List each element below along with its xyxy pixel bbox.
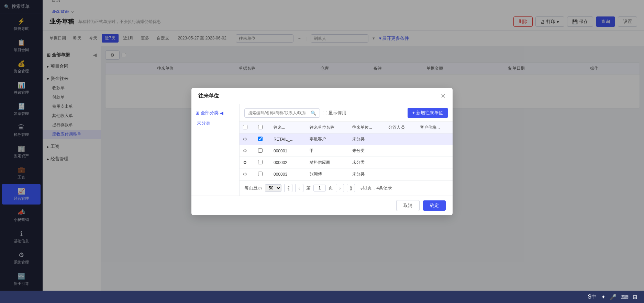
taskbar-icon-grid[interactable]: ⊞ [633, 294, 637, 300]
dialog-select-all[interactable] [258, 125, 263, 129]
search-icon-dialog: 🔍 [311, 110, 316, 116]
dialog-all-category-label: 全部分类 [201, 110, 219, 116]
dialog-col-header: 往来... [270, 122, 306, 133]
add-partner-button[interactable]: + 新增往来单位 [408, 108, 448, 118]
next-page-btn[interactable]: › [336, 184, 344, 192]
dialog-pagination: 每页显示 50 ⟪ ‹ 第 页 › ⟫ 共1页，4条记录 [240, 180, 453, 196]
taskbar: S中 ✦ 🎤 ⌨ ⊞ [0, 291, 644, 303]
row-settings-icon: ⚙ [243, 148, 247, 153]
dialog-search-box: 🔍 [244, 108, 320, 118]
dialog-toolbar: 🔍 显示停用 + 新增往来单位 [240, 104, 453, 122]
dialog-title: 往来单位 [198, 93, 219, 99]
dialog-table-body: ⚙ RETAIL_... 零散客户 未分类 ⚙ 000001 甲 未分类 ⚙ 0… [240, 133, 453, 180]
dialog-col-header: 往来单位... [349, 122, 385, 133]
dialog-table: 往来...往来单位名称往来单位...分管人员客户价格... ⚙ RETAIL_.… [240, 122, 453, 180]
dialog-content-area: 🔍 显示停用 + 新增往来单位 往来...往来单位名称往来单位...分管人员客户… [240, 104, 453, 196]
dialog-overlay: 往来单位 ✕ ⊞ 全部分类 ◀ 未分类 [0, 0, 644, 303]
taskbar-icon-keyboard[interactable]: ⌨ [621, 294, 629, 300]
page-label: 页 [329, 185, 333, 191]
grid-icon-dialog: ⊞ [196, 110, 199, 116]
dialog-col-header [240, 122, 255, 133]
row-settings-icon: ⚙ [243, 160, 247, 165]
show-disabled-label: 显示停用 [323, 110, 346, 116]
dialog-sidebar-collapse-btn[interactable]: ◀ [220, 110, 223, 116]
show-disabled-checkbox[interactable] [323, 111, 327, 115]
dialog-sidebar: ⊞ 全部分类 ◀ 未分类 [191, 104, 240, 196]
dialog-sidebar-header: ⊞ 全部分类 ◀ [191, 108, 239, 118]
taskbar-icon-star[interactable]: ✦ [601, 294, 606, 300]
dialog-body: ⊞ 全部分类 ◀ 未分类 🔍 [191, 104, 453, 196]
dialog-table-row[interactable]: ⚙ 000001 甲 未分类 [240, 145, 453, 157]
partner-dialog: 往来单位 ✕ ⊞ 全部分类 ◀ 未分类 [191, 88, 453, 215]
row-checkbox[interactable] [258, 137, 263, 141]
confirm-button[interactable]: 确定 [423, 200, 446, 211]
last-page-btn[interactable]: ⟫ [347, 184, 355, 192]
dialog-table-row[interactable]: ⚙ 000003 张嘶傅 未分类 [240, 168, 453, 180]
dialog-close-btn[interactable]: ✕ [441, 93, 446, 99]
per-page-label: 每页显示 [244, 185, 262, 191]
per-page-select[interactable]: 50 [265, 184, 281, 192]
dialog-search-input[interactable] [248, 110, 309, 115]
dialog-table-row[interactable]: ⚙ RETAIL_... 零散客户 未分类 [240, 133, 453, 145]
total-label: 共1页，4条记录 [360, 185, 392, 191]
page-text: 第 [306, 185, 311, 191]
dialog-header: 往来单位 ✕ [191, 88, 453, 104]
dialog-search-wrap: 🔍 显示停用 [244, 108, 346, 118]
dialog-col-header: 客户价格... [417, 122, 453, 133]
dialog-select-all[interactable] [243, 125, 247, 129]
dialog-footer: 取消 确定 [191, 196, 453, 215]
row-checkbox[interactable] [258, 148, 263, 153]
row-checkbox[interactable] [258, 172, 263, 176]
taskbar-icon-mic[interactable]: 🎤 [610, 294, 617, 300]
row-settings-icon: ⚙ [243, 137, 247, 142]
prev-page-btn[interactable]: ‹ [295, 184, 303, 192]
dialog-col-header [255, 122, 270, 133]
row-settings-icon: ⚙ [243, 172, 247, 177]
dialog-table-header: 往来...往来单位名称往来单位...分管人员客户价格... [240, 122, 453, 133]
dialog-table-row[interactable]: ⚙ 000002 材料供应商 未分类 [240, 157, 453, 168]
dialog-sidebar-uncategorized[interactable]: 未分类 [191, 118, 239, 128]
dialog-table-wrap: 往来...往来单位名称往来单位...分管人员客户价格... ⚙ RETAIL_.… [240, 122, 453, 180]
taskbar-icon-s[interactable]: S中 [588, 293, 597, 301]
dialog-col-header: 分管人员 [385, 122, 417, 133]
cancel-button[interactable]: 取消 [396, 200, 420, 211]
page-number-input[interactable] [313, 185, 326, 191]
first-page-btn[interactable]: ⟪ [284, 184, 292, 192]
dialog-col-header: 往来单位名称 [306, 122, 349, 133]
row-checkbox[interactable] [258, 160, 263, 164]
